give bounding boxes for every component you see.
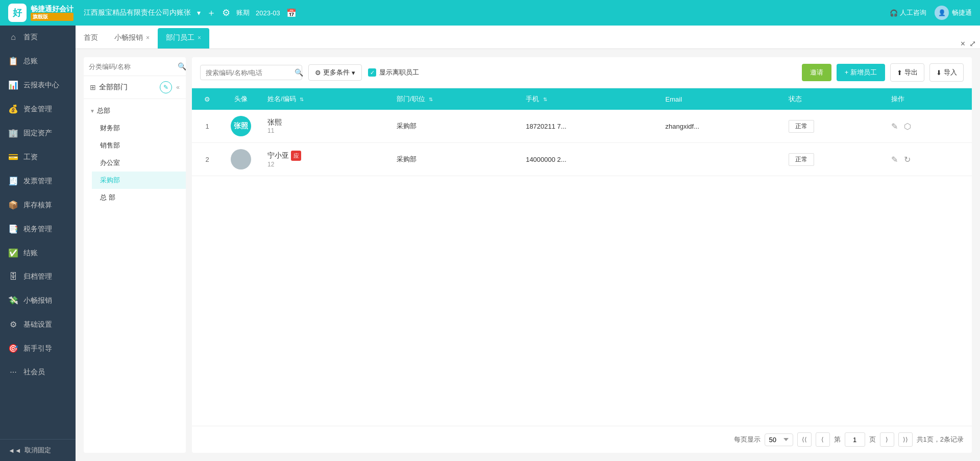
payroll-icon: 💳 xyxy=(8,152,18,162)
tab-close-btn[interactable]: × xyxy=(961,39,965,48)
company-name: 江西服宝精品有限责任公司内账张 xyxy=(84,8,191,17)
invite-btn[interactable]: 邀请 xyxy=(802,64,831,81)
more-action-icon[interactable]: ⬡ xyxy=(904,122,911,131)
ledger-icon: 📋 xyxy=(8,56,18,66)
calendar-icon[interactable]: 📅 xyxy=(286,8,297,18)
more-icon: ··· xyxy=(8,368,18,377)
user-avatar: 👤 xyxy=(935,6,949,20)
main-layout: ⌂ 首页 📋 总账 📊 云报表中心 💰 资金管理 🏢 固定资产 💳 工资 xyxy=(0,26,980,461)
sidebar-item-archive[interactable]: 🗄 归档管理 xyxy=(0,265,76,288)
col-action: 操作 xyxy=(883,88,972,110)
sidebar-pin-toggle[interactable]: ◄◄ 取消固定 xyxy=(0,439,76,461)
sidebar-item-settings[interactable]: ⚙ 基础设置 xyxy=(0,312,76,336)
employee-avatar xyxy=(231,149,251,169)
sidebar-item-inventory[interactable]: 📦 库存核算 xyxy=(0,193,76,217)
col-phone[interactable]: 手机 ⇅ xyxy=(518,88,657,110)
toolbar-right: 邀请 + 新增员工 ⬆ 导出 ⬇ 导入 xyxy=(802,63,964,82)
sidebar-item-expense[interactable]: 💸 小畅报销 xyxy=(0,288,76,312)
dept-item-office[interactable]: 办公室 xyxy=(92,154,186,172)
emp-search-input[interactable] xyxy=(206,69,291,77)
tab-dept-close[interactable]: × xyxy=(198,34,201,41)
content-area: 首页 小畅报销 × 部门员工 × × ⤢ 🔍 xyxy=(76,26,980,461)
edit-icon[interactable]: ✎ xyxy=(891,122,898,131)
sidebar-item-home[interactable]: ⌂ 首页 xyxy=(0,26,76,49)
dept-search-icon[interactable]: 🔍 xyxy=(178,62,186,70)
sidebar-item-ledger[interactable]: 📋 总账 xyxy=(0,49,76,73)
sidebar-label-more: 社会员 xyxy=(23,368,45,377)
tab-home[interactable]: 首页 xyxy=(76,28,106,48)
support-btn[interactable]: 🎧 人工咨询 xyxy=(890,8,926,17)
import-btn[interactable]: ⬇ 导入 xyxy=(929,63,964,82)
company-dropdown-btn[interactable]: ▾ xyxy=(197,9,201,17)
settings-icon-btn[interactable]: ⚙ xyxy=(222,7,230,18)
dept-finance-label: 财务部 xyxy=(100,124,120,133)
sidebar-label-invoice: 发票管理 xyxy=(23,177,52,186)
tab-expand-btn[interactable]: ⤢ xyxy=(969,39,976,48)
show-resigned-checkbox[interactable]: ✓ xyxy=(368,68,376,77)
sidebar-item-checkout[interactable]: ✅ 结账 xyxy=(0,241,76,265)
inventory-icon: 📦 xyxy=(8,200,18,210)
tab-dept-employee[interactable]: 部门员工 × xyxy=(158,28,209,48)
page-input[interactable] xyxy=(845,432,865,447)
col-email-label: Email xyxy=(666,95,682,103)
dept-item-hq[interactable]: 总 部 xyxy=(92,189,186,206)
show-resigned-toggle[interactable]: ✓ 显示离职员工 xyxy=(368,68,419,77)
header-center: 江西服宝精品有限责任公司内账张 ▾ ＋ ⚙ 账期 2023-03 📅 xyxy=(84,7,890,19)
col-dept[interactable]: 部门/职位 ⇅ xyxy=(388,88,518,110)
app-logo: 好 畅捷通好会计 旗舰版 xyxy=(8,4,84,22)
sidebar-item-reports[interactable]: 📊 云报表中心 xyxy=(0,73,76,97)
sort-name-icon: ⇅ xyxy=(300,96,304,102)
export-btn[interactable]: ⬆ 导出 xyxy=(890,63,924,82)
filter-btn[interactable]: ⚙ 更多条件 ▾ xyxy=(308,64,362,81)
dept-all-label[interactable]: 全部部门 xyxy=(99,83,128,92)
dept-item-purchase[interactable]: 采购部 xyxy=(92,172,186,189)
first-page-btn[interactable]: ⟨⟨ xyxy=(797,432,812,447)
edit-icon[interactable]: ✎ xyxy=(891,155,898,164)
sidebar-item-payroll[interactable]: 💳 工资 xyxy=(0,145,76,169)
page-size-label: 每页显示 xyxy=(734,435,761,444)
sidebar-item-more[interactable]: ··· 社会员 xyxy=(0,360,76,384)
next-page-btn[interactable]: ⟩ xyxy=(880,432,894,447)
sidebar-item-guide[interactable]: 🎯 新手引导 xyxy=(0,336,76,360)
sidebar-item-funds[interactable]: 💰 资金管理 xyxy=(0,97,76,121)
add-employee-btn[interactable]: + 新增员工 xyxy=(837,64,885,81)
employee-code: 12 xyxy=(267,161,380,168)
filter-arrow: ▾ xyxy=(352,69,355,77)
last-page-btn[interactable]: ⟩⟩ xyxy=(898,432,913,447)
dept-item-sales[interactable]: 销售部 xyxy=(92,137,186,154)
tab-expense-close[interactable]: × xyxy=(146,34,150,41)
sidebar-item-assets[interactable]: 🏢 固定资产 xyxy=(0,121,76,145)
grid-icon: ⊞ xyxy=(90,83,96,91)
filter-icon: ⚙ xyxy=(315,69,321,77)
cell-dept: 采购部 xyxy=(388,110,518,143)
dept-panel: 🔍 ⊞ 全部部门 ✎ « ▼ 总部 xyxy=(84,57,186,453)
filter-label: 更多条件 xyxy=(323,68,350,77)
cell-actions: ✎ ↻ xyxy=(883,143,972,176)
add-tab-btn[interactable]: ＋ xyxy=(207,7,216,19)
emp-search-icon[interactable]: 🔍 xyxy=(295,68,303,77)
sidebar-label-assets: 固定资产 xyxy=(23,129,52,138)
sidebar-scroll: ⌂ 首页 📋 总账 📊 云报表中心 💰 资金管理 🏢 固定资产 💳 工资 xyxy=(0,26,76,439)
period-label: 账期 xyxy=(236,8,250,17)
more-action-icon[interactable]: ↻ xyxy=(904,155,911,164)
dept-children: 财务部 销售部 办公室 采购部 总 部 xyxy=(84,119,186,206)
pin-icon: ◄◄ xyxy=(8,447,21,454)
dept-item-general[interactable]: ▼ 总部 xyxy=(84,102,186,119)
col-name[interactable]: 姓名/编码 ⇅ xyxy=(259,88,388,110)
col-settings[interactable]: ⚙ xyxy=(192,88,223,110)
tab-expense[interactable]: 小畅报销 × xyxy=(106,28,158,48)
sidebar-item-invoice[interactable]: 🧾 发票管理 xyxy=(0,169,76,193)
dept-search-input[interactable] xyxy=(89,63,175,70)
sidebar-item-tax[interactable]: 📑 税务管理 xyxy=(0,217,76,241)
home-icon: ⌂ xyxy=(8,33,18,42)
expense-icon: 💸 xyxy=(8,296,18,305)
dept-collapse-btn[interactable]: « xyxy=(176,84,180,91)
dept-edit-btn[interactable]: ✎ xyxy=(160,81,172,93)
col-status-label: 状态 xyxy=(789,95,802,103)
col-phone-label: 手机 xyxy=(526,95,539,103)
cell-name: 张熙 11 xyxy=(259,110,388,143)
prev-page-btn[interactable]: ⟨ xyxy=(816,432,830,447)
dept-item-finance[interactable]: 财务部 xyxy=(92,119,186,137)
col-status: 状态 xyxy=(780,88,883,110)
page-size-select[interactable]: 50 10 20 100 xyxy=(765,433,793,446)
